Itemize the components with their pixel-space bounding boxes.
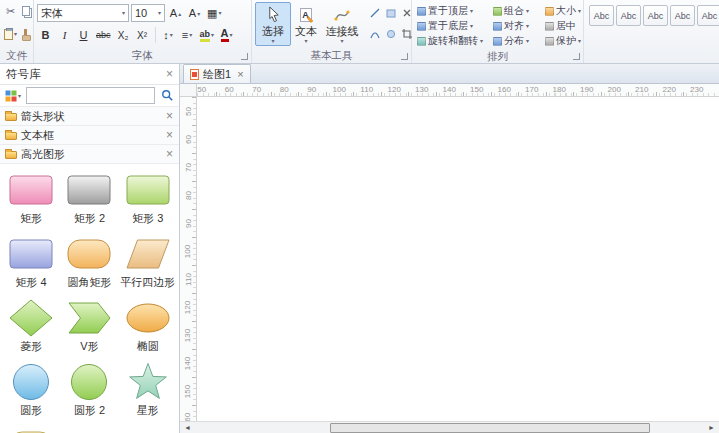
shape-thumbnail <box>7 232 55 276</box>
borders-button[interactable]: ▦▾ <box>205 4 223 22</box>
size-button[interactable]: 大小▾ <box>543 4 585 18</box>
shape-style-button[interactable]: Abc <box>616 5 641 26</box>
drawing-canvas[interactable] <box>197 97 719 421</box>
scroll-left-icon[interactable]: ◄ <box>181 422 194 433</box>
shape-item[interactable]: 圆角矩形 <box>60 232 118 293</box>
shape-item[interactable]: 圆形 <box>2 360 60 421</box>
section-close-icon[interactable]: × <box>166 148 173 160</box>
connector-tool-button[interactable]: 连接线 ▾ <box>321 2 363 46</box>
shape-item[interactable]: 星形 <box>119 360 177 421</box>
section-close-icon[interactable]: × <box>166 129 173 141</box>
shape-item[interactable] <box>60 424 118 433</box>
font-dialog-launcher-icon[interactable] <box>241 53 248 60</box>
library-section-arrow-shapes[interactable]: 箭头形状 × <box>0 107 179 126</box>
select-cursor-icon <box>266 5 281 24</box>
tab-close-icon[interactable]: × <box>237 68 243 80</box>
library-section-text-box[interactable]: 文本框 × <box>0 126 179 145</box>
text-highlight-icon: ab <box>200 29 211 42</box>
font-family-select[interactable]: 宋体 ▾ <box>37 4 129 22</box>
ruler-number: 150 <box>463 84 491 96</box>
bold-button[interactable]: B <box>37 26 54 44</box>
shape-item[interactable]: 矩形 3 <box>119 168 177 229</box>
line-spacing-button[interactable]: ↕▾ <box>160 26 177 44</box>
shape-item[interactable]: 矩形 2 <box>60 168 118 229</box>
bullet-list-button[interactable]: ≡▾ <box>179 26 196 44</box>
scroll-right-icon[interactable]: ► <box>705 422 718 433</box>
strikethrough-button[interactable]: abc <box>94 26 113 44</box>
ribbon-group-styles: Abc Abc Abc Abc Abc <box>584 0 719 63</box>
down-arrow-icon: ▾ <box>197 10 200 17</box>
shape-thumbnail <box>65 360 113 404</box>
ruler-number: 160 <box>180 405 196 421</box>
shape-style-button[interactable]: Abc <box>589 5 614 26</box>
button-label: 对齐 <box>504 19 524 33</box>
shape-item[interactable]: 矩形 4 <box>2 232 60 293</box>
shape-label: V形 <box>80 340 98 353</box>
text-tool-button[interactable]: A 文本 ▾ <box>291 2 321 46</box>
ellipse-tool-button[interactable] <box>382 25 399 43</box>
search-button[interactable] <box>158 87 176 105</box>
italic-button[interactable]: I <box>56 26 73 44</box>
text-highlight-button[interactable]: ab▾ <box>198 26 217 44</box>
shape-style-button[interactable]: Abc <box>697 5 719 26</box>
ruler-number: 230 <box>683 84 711 96</box>
line-tool-button[interactable] <box>366 4 383 22</box>
library-gallery-button[interactable]: ▾ <box>3 87 23 105</box>
bring-to-front-button[interactable]: 置于顶层▾ <box>415 4 489 18</box>
select-tool-label: 选择 <box>262 25 284 37</box>
shape-item[interactable]: 椭圆 <box>119 296 177 357</box>
shape-item[interactable]: 矩形 <box>2 168 60 229</box>
shape-item[interactable] <box>2 424 60 433</box>
basic-tools-dialog-launcher-icon[interactable] <box>401 53 408 60</box>
group-button[interactable]: 组合▾ <box>491 4 541 18</box>
shape-thumbnail <box>124 232 172 276</box>
font-size-select[interactable]: 10 ▾ <box>131 4 165 22</box>
shape-item[interactable]: 菱形 <box>2 296 60 357</box>
shape-style-button[interactable]: Abc <box>670 5 695 26</box>
align-button[interactable]: 对齐▾ <box>491 19 541 33</box>
folder-icon <box>5 151 17 159</box>
superscript-button[interactable]: X² <box>134 26 151 44</box>
ribbon-group-font: 宋体 ▾ 10 ▾ A▴ A▾ ▦▾ B I U abc X₂ <box>34 0 252 63</box>
font-color-icon: A <box>221 28 229 42</box>
subscript-button[interactable]: X₂ <box>115 26 132 44</box>
ruler-number: 120 <box>180 293 196 321</box>
send-to-back-button[interactable]: 置于底层▾ <box>415 19 489 33</box>
shape-item[interactable]: 平行四边形 <box>119 232 177 293</box>
shape-style-button[interactable]: Abc <box>643 5 668 26</box>
underline-button[interactable]: U <box>75 26 92 44</box>
panel-close-icon[interactable]: × <box>166 68 173 80</box>
drawing-tab[interactable]: 绘图1 × <box>183 64 251 83</box>
ruler-number: 80 <box>180 181 196 209</box>
font-color-button[interactable]: A▾ <box>218 26 235 44</box>
library-section-highlight-shapes[interactable]: 高光图形 × <box>0 145 179 164</box>
rotate-flip-button[interactable]: 旋转和翻转▾ <box>415 34 489 48</box>
center-icon <box>545 22 554 31</box>
scrollbar-thumb[interactable] <box>330 423 650 433</box>
horizontal-scrollbar[interactable]: ◄ ► <box>180 421 719 433</box>
search-icon <box>161 89 174 102</box>
ruler-number: 220 <box>656 84 684 96</box>
shrink-font-button[interactable]: A▾ <box>186 4 203 22</box>
format-painter-button[interactable] <box>17 25 34 43</box>
dropdown-arrow-icon: ▾ <box>170 32 173 38</box>
section-close-icon[interactable]: × <box>166 110 173 122</box>
distribute-button[interactable]: 分布▾ <box>491 34 541 48</box>
arrange-dialog-launcher-icon[interactable] <box>573 53 580 60</box>
grow-font-button[interactable]: A▴ <box>167 4 184 22</box>
symbol-search-input[interactable] <box>26 87 155 104</box>
button-label: 居中 <box>556 19 576 33</box>
shape-item[interactable]: V形 <box>60 296 118 357</box>
up-arrow-icon: ▴ <box>178 10 181 17</box>
connector-tool-label: 连接线 <box>326 25 359 37</box>
rectangle-tool-button[interactable] <box>382 4 399 22</box>
shape-item[interactable]: 圆形 2 <box>60 360 118 421</box>
v-ruler: 5060708090100110120130140150160 <box>180 97 197 421</box>
copy-button[interactable] <box>17 2 34 20</box>
dropdown-arrow-icon: ▾ <box>470 23 473 29</box>
protect-button[interactable]: 保护▾ <box>543 34 585 48</box>
shape-label: 矩形 2 <box>74 212 105 225</box>
arc-tool-button[interactable] <box>366 25 383 43</box>
center-button[interactable]: 居中 <box>543 19 585 33</box>
select-tool-button[interactable]: 选择 ▾ <box>255 2 291 46</box>
